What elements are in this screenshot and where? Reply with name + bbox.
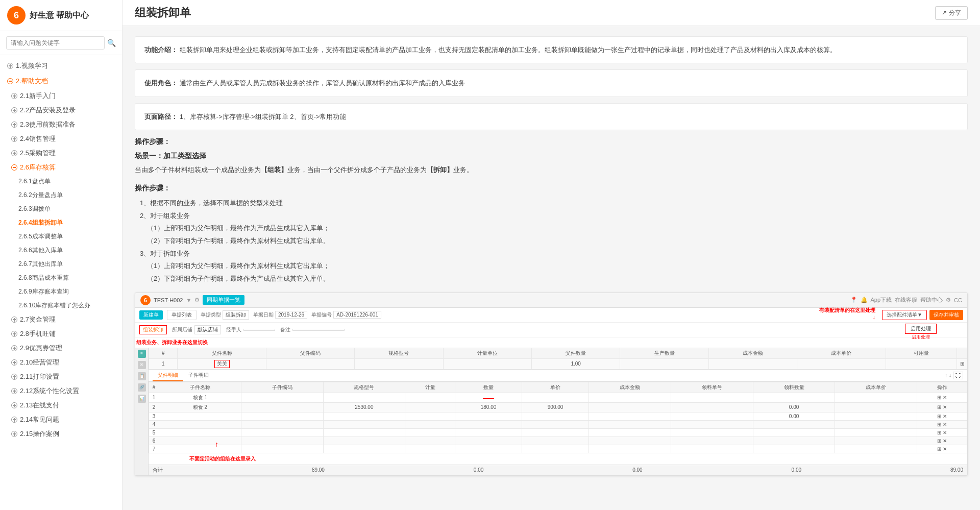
logo-icon: 6 [7,6,26,25]
expand-icon [11,107,17,113]
sidebar-item-docs-210[interactable]: 2.10经营管理 [0,355,122,370]
sidebar-item-docs-212[interactable]: 2.12系统个性化设置 [0,384,122,398]
sidebar-item-docs-268[interactable]: 2.6.8商品成本重算 [0,271,122,285]
step3-2: （2）下部明细为子件明细，最终作为产成品生成其它入库单。 [147,273,968,285]
step1: 1、根据不同的业务，选择不同单据的类型来处理 [140,197,968,210]
sidebar-item-docs-27[interactable]: 2.7资金管理 [0,312,122,327]
sidebar-item-docs-263[interactable]: 2.6.3调拨单 [0,202,122,216]
expand-icon [11,136,17,142]
sidebar-item-docs-214[interactable]: 2.14常见问题 [0,412,122,427]
search-icon[interactable]: 🔍 [107,39,116,47]
annotation4-arrow: ↑ [215,440,218,448]
ss-save-btn[interactable]: 保存并审核 [929,310,963,320]
th-prod-qty: 生产数量 [620,348,708,358]
collapse-icon [11,164,17,171]
expand-icon [11,359,17,366]
th-avail: 可用量 [886,348,957,358]
sidebar-item-docs-21[interactable]: 2.1新手入门 [0,89,122,103]
step2-1: （1）上部明细为父件明细，最终作为产成品生成其它入库单； [147,222,968,235]
ss-toolbar-right: 选择配件清单▼ 保存并审核 [882,310,963,320]
th-num: # [149,348,178,358]
ss-field-no: 单据编号 AD-20191226-001 [311,311,381,319]
th-parent-code: 父件编码 [266,348,354,358]
ss-toolbar: 新建单 单据列表 单据类型 组装拆卸 单据日期 2019-12-26 单据编号 [135,308,967,323]
sidebar-item-docs-28[interactable]: 2.8手机旺铺 [0,327,122,341]
sidebar-item-docs-215[interactable]: 2.15操作案例 [0,427,122,441]
sidebar-item-docs-261[interactable]: 2.6.1盘点单 [0,175,122,188]
ss-tab-child[interactable]: 子件明细 [183,370,214,381]
sidebar-item-docs-266[interactable]: 2.6.6其他入库单 [0,244,122,257]
path-label: 页面路径： [144,113,178,120]
table-row: 7⊞ ✕ [149,445,967,453]
expand-icon [11,417,17,423]
share-icon: ↗ [942,9,947,16]
expand-icon [11,431,17,437]
sidebar-item-docs-213[interactable]: 2.13在线支付 [0,398,122,412]
share-button[interactable]: ↗ 分享 [935,6,968,20]
sidebar-item-video[interactable]: 1.视频学习 [0,58,122,74]
annotation2: 组装业务、拆卸业务在这里切换 [136,339,208,346]
expand-icon [11,402,17,408]
ss-type-toggle[interactable]: 组装拆卸 [139,325,167,334]
sidebar-item-docs-29[interactable]: 2.9优惠券管理 [0,341,122,355]
ss-table2-container: # 子件名称 子件编码 规格型号 计量 数量 单价 成本金额 领料单号 [149,382,967,453]
sidebar-item-docs-25[interactable]: 2.5采购管理 [0,146,122,160]
ss-icon5[interactable]: 📊 [138,395,146,403]
th-spec: 规格型号 [355,348,443,358]
screenshot-wrapper: 6 TEST-H002 ▼ ⚙ 同期单据一览 📍 🔔 App下载 在线客服 帮助… [135,293,968,476]
top-bar: 组装拆卸单 ↗ 分享 [122,0,980,26]
ss-icon2[interactable]: ✉ [138,361,146,369]
ss-tab-parent[interactable]: 父件明细 [153,370,183,381]
sidebar-item-docs-22[interactable]: 2.2产品安装及登录 [0,103,122,117]
ss-bottom-bar: 合计 89.00 0.00 0.00 0.00 89.00 [149,465,967,475]
ss-expand-btn[interactable]: ⛶ [953,372,963,379]
sidebar-item-docs-265[interactable]: 2.6.5成本调整单 [0,230,122,244]
ss-new-doc-tab[interactable]: 新建单 [139,310,163,320]
table-row: 4⊞ ✕ [149,420,967,428]
sidebar-item-docs-264[interactable]: 2.6.4组装拆卸单 [0,216,122,230]
ss-icon-sidebar: ≡ ✉ 📋 🔗 📊 [135,348,149,475]
ss-body: ≡ ✉ 📋 🔗 📊 # [135,348,967,475]
table-row: 3 0.00 [149,412,967,420]
th-ops [957,348,967,358]
expand-icon [11,388,17,394]
sidebar-item-docs[interactable]: 2.帮助文档 [0,74,122,89]
sidebar-item-docs-26[interactable]: 2.6库存核算 [0,160,122,175]
page-title: 组装拆卸单 [135,5,191,20]
ss-table2-tabs: 父件明细 子件明细 ↑ ↓ ⛶ [149,370,967,382]
ss-form-row: 组装拆卸 所属店铺 默认店铺 经手人 备注 组装业务、拆 [135,323,967,337]
sidebar-item-docs-267[interactable]: 2.6.7其他出库单 [0,257,122,271]
ss-table2: # 子件名称 子件编码 规格型号 计量 数量 单价 成本金额 领料单号 [149,382,967,453]
search-input[interactable] [6,36,105,50]
expand-icon [11,317,17,323]
sidebar-item-docs-262[interactable]: 2.6.2分量盘点单 [0,188,122,202]
ss-icon1[interactable]: ≡ [138,350,146,358]
th-cost-amt: 成本金额 [708,348,797,358]
sidebar: 6 好生意 帮助中心 🔍 1.视频学习 2.帮助文档 2.1新手入门 2.2产品… [0,0,122,510]
annotation1-group: 有装配清单的在这里处理 ↓ [819,307,875,320]
sidebar-item-docs-24[interactable]: 2.4销售管理 [0,132,122,146]
steps-title1: 操作步骤： [135,184,968,193]
ss-table-area: # 父件名称 父件编码 规格型号 计量单位 父件数量 生产数量 成本金额 成本单 [149,348,967,475]
scenario1-title: 场景一：加工类型选择 [135,152,968,161]
ss-doc-list-tab[interactable]: 单据列表 [167,310,197,320]
step3-1: （1）上部明细为父件明细，最终作为原材料生成其它出库单； [147,260,968,273]
ss-period-btn[interactable]: 同期单据一览 [203,295,244,305]
main-area: 组装拆卸单 ↗ 分享 功能介绍： 组装拆卸单用来处理企业组装或拆卸等加工业务，支… [122,0,980,510]
ss-icon4[interactable]: 🔗 [138,383,146,392]
expand-icon [11,150,17,156]
ss-icon3[interactable]: 📋 [138,372,146,380]
ss-select-bom-btn[interactable]: 选择配件清单▼ [882,310,927,320]
sidebar-item-docs-2610[interactable]: 2.6.10库存账本错了怎么办 [0,299,122,312]
app-title: 好生意 帮助中心 [30,10,89,21]
step2-2: （2）下部明细为子件明细，最终作为原材料生成其它出库单。 [147,235,968,248]
collapse-icon [7,78,13,84]
sidebar-item-docs-211[interactable]: 2.11打印设置 [0,370,122,384]
ss-field-type: 单据类型 组装拆卸 [201,310,249,320]
sidebar-item-docs-269[interactable]: 2.6.9库存账本查询 [0,285,122,299]
sidebar-item-docs-23[interactable]: 2.3使用前数据准备 [0,117,122,132]
ss-note-field: 备注 [280,326,345,333]
expand-icon [11,345,17,351]
ops-title: 操作步骤： [135,137,968,147]
th-parent-name: 父件名称 [178,348,266,358]
